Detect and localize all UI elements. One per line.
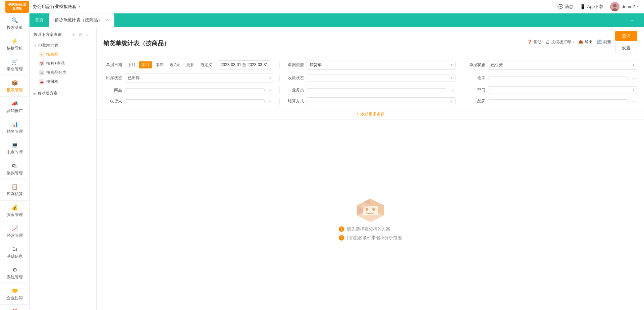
sidebar-item-search[interactable]: 🔍 搜索菜单 (0, 13, 29, 34)
sidebar-item-sales[interactable]: 📊 销售管理 (0, 117, 29, 138)
window-maximize-icon[interactable]: ⛶ (637, 17, 641, 23)
scheme-refresh-btn[interactable]: ⟳ (79, 32, 85, 38)
dept-select[interactable]: ▾ (488, 86, 637, 94)
outbound-select[interactable]: 已出库 ▾ (125, 73, 274, 83)
filter-payment-method-item: 结算方式 ▾ (285, 97, 456, 105)
svg-point-1 (613, 4, 616, 7)
app-download-btn[interactable]: 📱 App下载 (580, 4, 603, 10)
scheme-item-by-category[interactable]: 🗂 按商品分类 (30, 68, 96, 77)
sidebar-item-finance[interactable]: 💰 资金管理 (0, 201, 29, 221)
expand-arrow-icon: ▶ (34, 92, 36, 95)
app-dropdown-icon[interactable]: ▾ (78, 5, 80, 8)
warehouse-more-icon[interactable]: ··· (631, 75, 637, 81)
date-label: 单据日期 (103, 62, 122, 68)
doctype-select[interactable]: 销货单 ▾ (307, 60, 456, 70)
tab-bar: 首页 销货单统计表（按商品） ✕ ─ ⛶ (30, 13, 644, 27)
filter-outbound-item: 出库状态 已出库 ▾ (103, 73, 274, 83)
topbar: 畅捷通好生意 标准版 办公用品行业模拟账套 ▾ 💬 消息 📱 App下载 dem… (0, 0, 644, 13)
scheme-item-by-driver[interactable]: 🚗 按司机 (30, 77, 96, 86)
date-tab-this-year[interactable]: 本年 (153, 61, 166, 68)
sidebar-item-operation[interactable]: 📈 经营管理 (0, 221, 29, 242)
scheme-item-by-month-product[interactable]: 📅 按月+商品 (30, 59, 96, 68)
message-btn[interactable]: 💬 消息 (557, 4, 573, 10)
sidebar-item-retail[interactable]: 🛒 零售管理 (0, 55, 29, 76)
filter-dept-item: 部门 ▾ (467, 86, 637, 94)
sub-item-icon: 🗂 (39, 70, 44, 75)
warehouse-input[interactable] (488, 76, 628, 80)
date-tab-last7days[interactable]: 近7天 (167, 61, 183, 68)
payment-method-select[interactable]: ▾ (307, 97, 456, 105)
brand-input[interactable] (488, 99, 628, 103)
refresh-btn[interactable]: 🔄 刷新 (597, 39, 611, 45)
date-group: 上月 本月 本年 近7天 更多 自定义 2023-03-01 至 2023-03… (125, 60, 271, 69)
sidebar-item-ecommerce[interactable]: 💻 电商管理 (0, 138, 29, 159)
receiver-more-icon[interactable]: ··· (267, 99, 274, 104)
filter-row-4: 收货人 ··· 结算方式 ▾ (103, 97, 637, 105)
sidebar-item-purchase[interactable]: 🛍 采购管理 (0, 159, 29, 180)
refresh-icon: ⟳ (79, 32, 85, 37)
add-icon: ＋ (71, 32, 77, 38)
shortcut-icon: ⚡ (11, 38, 18, 44)
tab-report[interactable]: 销货单统计表（按商品） ✕ (49, 13, 114, 27)
empty-step-2: 2 用[过滤]条件来缩小分析范围 (339, 235, 401, 241)
settings-button[interactable]: 设置 (615, 43, 637, 53)
payment-method-arrow-icon: ▾ (451, 99, 452, 103)
ecommerce-icon: 💻 (11, 142, 18, 148)
date-range-input[interactable]: 2023-03-01 至 2023-03-31 (218, 60, 271, 69)
filter-salesperson-item: 业务员 ··· (285, 87, 456, 93)
sidebar-item-system[interactable]: ⚙ 系统管理 (0, 263, 29, 284)
payment-label: 收款状态 (285, 75, 304, 81)
empty-illustration (350, 189, 390, 222)
sidebar-item-wholesale[interactable]: 📦 批发管理 (0, 76, 29, 97)
filter-receiver-item: 收货人 ··· (103, 98, 274, 104)
filter-row-3: 商品 ··· 业务员 ··· (103, 86, 637, 94)
scheme-group-mobile-title[interactable]: ▶ 移动端方案 (30, 89, 96, 98)
header-actions: ❓ 帮助 🖨 按模板打印 ▾ 📤 导出 🔄 (527, 31, 637, 56)
window-minimize-icon[interactable]: ─ (631, 17, 634, 23)
retail-icon: 🛒 (11, 58, 18, 65)
docstatus-label: 单据状态 (467, 62, 485, 68)
receiver-label: 收货人 (103, 98, 122, 104)
product-input[interactable] (125, 88, 265, 92)
date-tab-this-month[interactable]: 本月 (139, 61, 152, 68)
tab-close-icon[interactable]: ✕ (104, 18, 109, 22)
salesperson-input[interactable] (307, 88, 446, 92)
product-more-icon[interactable]: ··· (267, 88, 274, 93)
main-layout: 🔍 搜索菜单 ⚡ 快捷导航 🛒 零售管理 📦 批发管理 📣 营销推广 📊 销售管… (0, 13, 644, 310)
brand-label: 品牌 (467, 98, 485, 104)
scheme-collapse-btn[interactable]: « (86, 32, 92, 38)
docstatus-select[interactable]: 已生效 ▾ (488, 60, 637, 70)
sidebar-item-basic[interactable]: 🗂 基础信息 (0, 242, 29, 263)
sidebar-item-newbie[interactable]: 🎯 新手引导 (0, 305, 29, 310)
scheme-add-btn[interactable]: ＋ (71, 32, 77, 38)
operation-icon: 📈 (11, 225, 18, 231)
sidebar-item-inventory[interactable]: 📋 库存核算 (0, 180, 29, 201)
sidebar-item-shortcut[interactable]: ⚡ 快捷导航 (0, 34, 29, 55)
receiver-input[interactable] (125, 99, 265, 103)
empty-text: 1 请先选择要分析的方案 2 用[过滤]条件来缩小分析范围 (339, 226, 401, 241)
sub-item-icon: 🚗 (39, 79, 44, 85)
tab-home[interactable]: 首页 (30, 13, 49, 27)
topbar-right: 💬 消息 📱 App下载 demo2 ▾ (557, 2, 639, 11)
sidebar-item-marketing[interactable]: 📣 营销推广 (0, 97, 29, 117)
brand-more-icon[interactable]: ··· (631, 99, 637, 104)
salesperson-more-icon[interactable]: ··· (449, 88, 456, 93)
scheme-item-by-product[interactable]: ● 按商品 (30, 50, 96, 59)
query-button[interactable]: 查询 (615, 31, 637, 41)
print-btn[interactable]: 🖨 按模板打印 ▾ (546, 39, 574, 45)
left-panel: 按以下方案查询 ＋ ⟳ « (30, 27, 97, 310)
payment-select[interactable]: ▾ (307, 74, 456, 82)
user-profile[interactable]: demo2 ▾ (610, 2, 639, 11)
sub-item-icon: ● (39, 52, 44, 57)
date-tab-custom[interactable]: 自定义 (198, 61, 215, 68)
date-tab-last-month[interactable]: 上月 (125, 61, 138, 68)
empty-state: 1 请先选择要分析的方案 2 用[过滤]条件来缩小分析范围 (97, 119, 644, 310)
export-btn[interactable]: 📤 导出 (578, 39, 593, 45)
scheme-group-pc-title[interactable]: ▼ 电脑端方案 (30, 41, 96, 50)
collapse-row[interactable]: ∧ 收起更多条件 (97, 109, 644, 119)
sidebar-item-corp[interactable]: 🤝 企业协同 (0, 284, 29, 305)
date-tab-more[interactable]: 更多 (183, 61, 197, 68)
app-name: 办公用品行业模拟账套 ▾ (33, 4, 557, 10)
doctype-arrow-icon: ▾ (451, 63, 452, 67)
help-btn[interactable]: ❓ 帮助 (527, 39, 542, 45)
